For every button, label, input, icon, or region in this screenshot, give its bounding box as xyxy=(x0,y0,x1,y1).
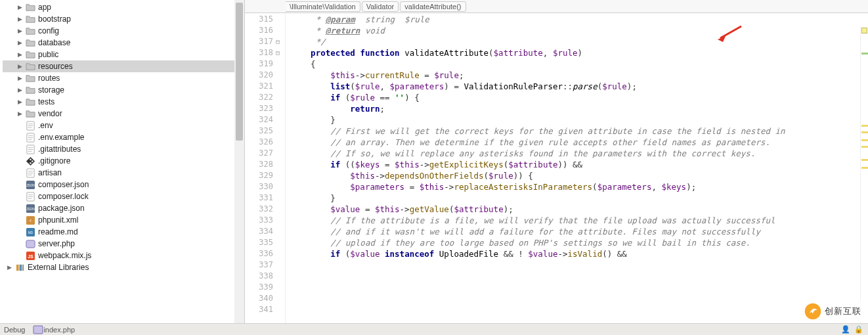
tree-item-label: config xyxy=(38,26,59,35)
lib-icon xyxy=(14,262,25,273)
line-number: 316 xyxy=(245,25,273,36)
line-number: 320 xyxy=(245,70,273,81)
code-line: $value = $this->getValue($attribute); xyxy=(291,204,868,215)
tree-item-storage[interactable]: ▶storage xyxy=(3,84,244,96)
tree-item-phpunit-xml[interactable]: ♯phpunit.xml xyxy=(3,214,244,226)
code-line: protected function validateAttribute($at… xyxy=(291,47,868,58)
tree-item-resources[interactable]: ▶resources xyxy=(3,60,244,72)
breadcrumb-item[interactable]: Validator xyxy=(362,1,399,12)
disclosure-triangle-icon[interactable]: ▶ xyxy=(16,39,24,46)
tree-item-label: server.php xyxy=(38,239,75,248)
hector-icon[interactable]: 👤 xyxy=(840,324,851,335)
tree-item-config[interactable]: ▶config xyxy=(3,25,244,37)
editor-panel: \Illuminate\ValidationValidatorvalidateA… xyxy=(245,0,868,323)
tree-item-vendor[interactable]: ▶vendor xyxy=(3,108,244,120)
folder-icon xyxy=(25,73,35,83)
tree-item-app[interactable]: ▶app xyxy=(3,1,244,13)
code-line: $parameters = $this->replaceAsterisksInP… xyxy=(291,181,868,192)
svg-text:JSON: JSON xyxy=(26,208,34,211)
tree-item-label: resources xyxy=(38,62,73,71)
line-number: 339 xyxy=(245,282,273,293)
watermark-logo: 创新互联 xyxy=(801,301,864,322)
tree-item--env-example[interactable]: .env.example xyxy=(3,131,244,143)
status-file[interactable]: index.php xyxy=(43,326,75,334)
line-number: 317 xyxy=(245,36,273,47)
lock-icon[interactable]: 🔒 xyxy=(854,324,864,335)
tree-item-External Libraries[interactable]: ▶External Libraries xyxy=(3,261,244,273)
code-line: // upload if they are too large based on… xyxy=(291,237,868,248)
line-number: 323 xyxy=(245,103,273,114)
tree-item-label: routes xyxy=(38,74,60,83)
code-line: */ xyxy=(291,36,868,47)
tree-item--gitignore[interactable]: .gitignore xyxy=(3,155,244,167)
svg-rect-36 xyxy=(22,264,24,270)
svg-rect-31 xyxy=(26,240,34,247)
disclosure-triangle-icon[interactable]: ▶ xyxy=(16,16,24,22)
disclosure-triangle-icon[interactable]: ▶ xyxy=(16,99,24,105)
txt-icon xyxy=(25,144,35,154)
editor-marker-strip[interactable] xyxy=(860,26,868,323)
tree-item-webpack-mix-js[interactable]: JSwebpack.mix.js xyxy=(3,250,244,261)
line-number: 334 xyxy=(245,226,273,237)
disclosure-triangle-icon[interactable]: ▶ xyxy=(16,110,24,117)
folder-icon xyxy=(25,37,35,48)
tree-item-label: vendor xyxy=(38,109,62,118)
code-line: return; xyxy=(291,103,868,114)
sidebar-scrollbar[interactable] xyxy=(234,0,244,323)
breadcrumb-item[interactable]: validateAttribute() xyxy=(400,1,466,12)
code-line: // and if it wasn't we will add a failur… xyxy=(291,226,868,237)
line-number: 315 xyxy=(245,14,273,25)
tree-item-label: tests xyxy=(38,97,54,106)
code-line: * @return void xyxy=(291,25,868,36)
svg-rect-34 xyxy=(16,264,18,270)
disclosure-triangle-icon[interactable]: ▶ xyxy=(5,264,13,271)
txt-icon xyxy=(25,132,35,143)
status-debug[interactable]: Debug xyxy=(4,326,25,334)
tree-item-package-json[interactable]: JSONpackage.json xyxy=(3,202,244,214)
tree-item-composer-lock[interactable]: composer.lock xyxy=(3,190,244,202)
breadcrumb-item[interactable]: \Illuminate\Validation xyxy=(286,1,360,12)
line-number: 341 xyxy=(245,304,273,315)
tree-item-bootstrap[interactable]: ▶bootstrap xyxy=(3,13,244,25)
disclosure-triangle-icon[interactable]: ▶ xyxy=(16,51,24,58)
project-tree[interactable]: ▶app▶bootstrap▶config▶database▶public▶re… xyxy=(0,0,245,323)
tree-item-public[interactable]: ▶public xyxy=(3,49,244,60)
line-number: 321 xyxy=(245,81,273,92)
tree-item-label: External Libraries xyxy=(28,263,89,272)
txt-icon xyxy=(25,191,35,202)
tree-item--gitattributes[interactable]: .gitattributes xyxy=(3,143,244,155)
line-number: 332 xyxy=(245,204,273,215)
tree-item-database[interactable]: ▶database xyxy=(3,37,244,49)
tree-item-label: webpack.mix.js xyxy=(38,251,91,260)
tree-item-readme-md[interactable]: MDreadme.md xyxy=(3,226,244,238)
svg-text:JSON: JSON xyxy=(26,184,34,187)
line-number: 336 xyxy=(245,248,273,259)
code-area[interactable]: * @param string $rule * @return void */ … xyxy=(286,13,868,323)
line-number: 335 xyxy=(245,237,273,248)
disclosure-triangle-icon[interactable]: ▶ xyxy=(16,87,24,93)
svg-text:♯: ♯ xyxy=(30,219,32,223)
disclosure-triangle-icon[interactable]: ▶ xyxy=(16,4,24,11)
svg-text:MD: MD xyxy=(28,231,33,234)
json-icon: JSON xyxy=(25,203,35,213)
svg-point-13 xyxy=(30,162,31,164)
txt-icon xyxy=(25,168,35,178)
tree-item-server-php[interactable]: server.php xyxy=(3,238,244,250)
tree-item-routes[interactable]: ▶routes xyxy=(3,72,244,84)
code-line: if ($value instanceof UploadedFile && ! … xyxy=(291,248,868,259)
folder-icon xyxy=(25,26,35,36)
code-line: list($rule, $parameters) = ValidationRul… xyxy=(291,81,868,92)
tree-item-artisan[interactable]: artisan xyxy=(3,167,244,179)
md-icon: MD xyxy=(25,227,35,237)
disclosure-triangle-icon[interactable]: ▶ xyxy=(16,75,24,81)
disclosure-triangle-icon[interactable]: ▶ xyxy=(16,63,24,70)
code-line: // an array. Then we determine if the gi… xyxy=(291,137,868,148)
disclosure-triangle-icon[interactable]: ▶ xyxy=(16,28,24,34)
folder-icon xyxy=(25,97,35,107)
tree-item--env[interactable]: .env xyxy=(3,120,244,131)
tree-item-label: .gitignore xyxy=(38,156,70,166)
line-number: 338 xyxy=(245,271,273,282)
svg-point-14 xyxy=(32,160,33,162)
tree-item-composer-json[interactable]: JSONcomposer.json xyxy=(3,179,244,190)
tree-item-tests[interactable]: ▶tests xyxy=(3,96,244,108)
